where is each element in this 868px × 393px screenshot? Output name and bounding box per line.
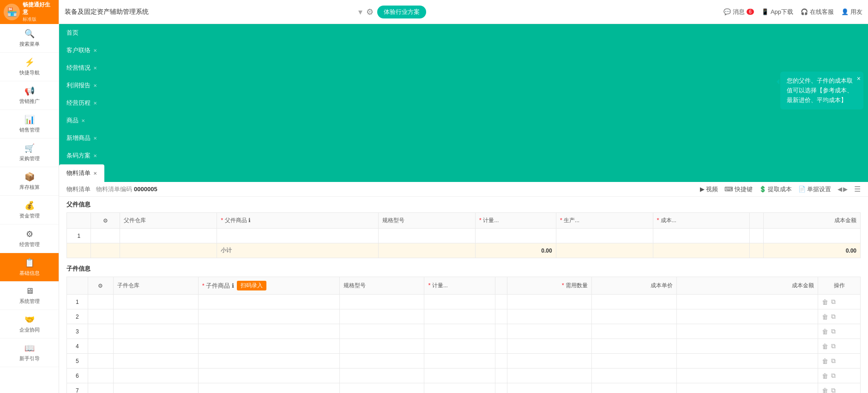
tab-2[interactable]: 经营情况✕	[59, 59, 104, 77]
message-item[interactable]: 💬 消息 6	[723, 8, 754, 16]
tab-6[interactable]: 新增商品✕	[59, 129, 104, 147]
delete-icon-0[interactable]: 🗑	[822, 298, 828, 306]
cost-btn[interactable]: 💲 提取成本	[759, 185, 792, 193]
copy-icon-2[interactable]: ⧉	[831, 327, 836, 335]
scan-btn[interactable]: 扫码录入	[237, 281, 266, 290]
copy-icon-3[interactable]: ⧉	[831, 342, 836, 350]
child-row-unit-price-5[interactable]	[592, 369, 677, 383]
child-row-unit-price-0[interactable]	[592, 295, 677, 309]
shortcut-btn[interactable]: ⌨ 快捷键	[724, 185, 753, 193]
breadcrumb-parent[interactable]: 物料清单	[66, 185, 90, 193]
child-row-qty-0[interactable]	[507, 295, 592, 309]
child-row-spec-4[interactable]	[339, 354, 424, 369]
copy-icon-0[interactable]: ⧉	[831, 298, 836, 306]
child-row-warehouse-4[interactable]	[114, 354, 199, 369]
child-row-product-0[interactable]	[198, 295, 339, 309]
child-row-warehouse-6[interactable]	[114, 383, 199, 393]
sidebar-nav-item-2[interactable]: 📢营销推广	[0, 81, 59, 110]
tab-close-8[interactable]: ✕	[93, 171, 97, 176]
child-row-product-3[interactable]	[198, 339, 339, 354]
prev-icon[interactable]: ◀	[838, 186, 842, 193]
child-row-qty-2[interactable]	[507, 324, 592, 339]
child-row-unit-price-1[interactable]	[592, 309, 677, 324]
parent-row-product[interactable]	[217, 229, 379, 243]
child-row-unit-price-4[interactable]	[592, 354, 677, 369]
settings-icon[interactable]: ⚙	[366, 7, 374, 17]
child-row-product-4[interactable]	[198, 354, 339, 369]
child-row-warehouse-1[interactable]	[114, 309, 199, 324]
sidebar-nav-item-1[interactable]: ⚡快捷导航	[0, 53, 59, 81]
child-row-spec-2[interactable]	[339, 324, 424, 339]
parent-row-unit[interactable]	[475, 229, 556, 243]
sidebar-nav-item-10[interactable]: 🤝企业协同	[0, 310, 59, 339]
trial-button[interactable]: 体验行业方案	[377, 6, 426, 18]
tab-close-4[interactable]: ✕	[93, 101, 97, 106]
tab-8[interactable]: 物料清单✕	[59, 164, 104, 182]
tab-1[interactable]: 客户联络✕	[59, 42, 104, 59]
tab-close-7[interactable]: ✕	[93, 153, 97, 158]
tab-close-2[interactable]: ✕	[93, 66, 97, 71]
sidebar-nav-item-7[interactable]: ⚙经营管理	[0, 224, 59, 253]
child-row-spec-0[interactable]	[339, 295, 424, 309]
child-row-spec-5[interactable]	[339, 369, 424, 383]
video-btn[interactable]: ▶ 视频	[700, 185, 718, 193]
settings-btn[interactable]: 📄 单据设置	[798, 185, 831, 193]
tab-close-3[interactable]: ✕	[93, 83, 97, 88]
tab-close-6[interactable]: ✕	[93, 136, 97, 141]
delete-icon-2[interactable]: 🗑	[822, 328, 828, 335]
nav-arrows[interactable]: ◀ ▶	[838, 186, 848, 193]
parent-row-spec[interactable]	[378, 229, 475, 243]
child-row-unit-price-3[interactable]	[592, 339, 677, 354]
sidebar-nav-item-8[interactable]: 📋基础信息	[0, 253, 59, 282]
parent-th-settings[interactable]: ⚙	[91, 213, 120, 229]
tab-0[interactable]: 首页	[59, 24, 104, 42]
tab-7[interactable]: 条码方案✕	[59, 147, 104, 164]
child-row-qty-3[interactable]	[507, 339, 592, 354]
delete-icon-4[interactable]: 🗑	[822, 357, 828, 365]
next-icon[interactable]: ▶	[843, 186, 848, 193]
parent-row-production[interactable]	[556, 229, 653, 243]
copy-icon-4[interactable]: ⧉	[831, 357, 836, 365]
online-service-item[interactable]: 🎧 在线客服	[801, 8, 834, 16]
child-row-unit-4[interactable]	[424, 354, 495, 369]
child-row-unit-3[interactable]	[424, 339, 495, 354]
parent-row-warehouse[interactable]	[120, 229, 217, 243]
child-row-qty-1[interactable]	[507, 309, 592, 324]
child-row-qty-6[interactable]	[507, 383, 592, 393]
copy-icon-5[interactable]: ⧉	[831, 372, 836, 380]
delete-icon-1[interactable]: 🗑	[822, 313, 828, 320]
tab-close-5[interactable]: ✕	[81, 118, 85, 123]
app-download-item[interactable]: 📱 App下载	[761, 8, 793, 16]
child-row-qty-4[interactable]	[507, 354, 592, 369]
child-row-qty-5[interactable]	[507, 369, 592, 383]
child-row-unit-6[interactable]	[424, 383, 495, 393]
copy-icon-6[interactable]: ⧉	[831, 387, 836, 393]
sidebar-nav-item-6[interactable]: 💰资金管理	[0, 196, 59, 224]
child-row-unit-price-6[interactable]	[592, 383, 677, 393]
tab-4[interactable]: 经营历程✕	[59, 94, 104, 112]
child-row-unit-0[interactable]	[424, 295, 495, 309]
child-row-warehouse-2[interactable]	[114, 324, 199, 339]
delete-icon-3[interactable]: 🗑	[822, 343, 828, 350]
child-row-product-1[interactable]	[198, 309, 339, 324]
user-item[interactable]: 👤 用友	[841, 8, 862, 16]
child-row-product-5[interactable]	[198, 369, 339, 383]
child-row-warehouse-3[interactable]	[114, 339, 199, 354]
child-row-spec-3[interactable]	[339, 339, 424, 354]
child-row-unit-2[interactable]	[424, 324, 495, 339]
copy-icon-1[interactable]: ⧉	[831, 313, 836, 320]
sidebar-nav-item-5[interactable]: 📦库存核算	[0, 167, 59, 196]
child-row-unit-5[interactable]	[424, 369, 495, 383]
sidebar-nav-item-4[interactable]: 🛒采购管理	[0, 139, 59, 167]
child-row-product-6[interactable]	[198, 383, 339, 393]
sidebar-nav-item-11[interactable]: 📖新手引导	[0, 339, 59, 367]
child-row-spec-1[interactable]	[339, 309, 424, 324]
sidebar-nav-item-0[interactable]: 🔍搜索菜单	[0, 24, 59, 53]
child-row-unit-1[interactable]	[424, 309, 495, 324]
child-row-unit-price-2[interactable]	[592, 324, 677, 339]
sidebar-nav-item-9[interactable]: 🖥系统管理	[0, 282, 59, 310]
tab-close-1[interactable]: ✕	[93, 48, 97, 53]
child-row-warehouse-5[interactable]	[114, 369, 199, 383]
child-th-settings[interactable]: ⚙	[88, 277, 113, 295]
sidebar-nav-item-3[interactable]: 📊销售管理	[0, 110, 59, 139]
